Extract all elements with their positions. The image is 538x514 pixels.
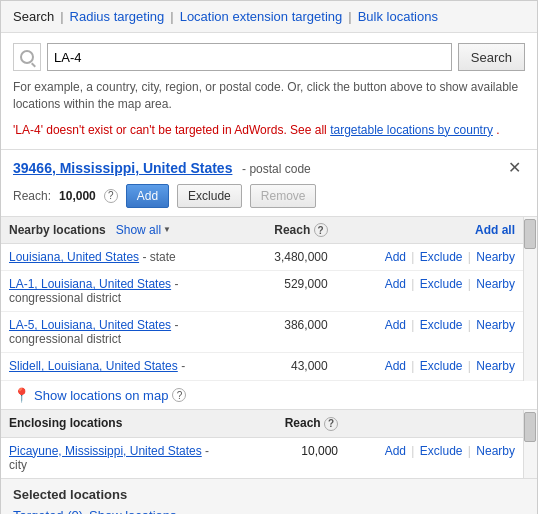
exclude-button[interactable]: Exclude: [177, 184, 242, 208]
enclosing-scrollbar-thumb[interactable]: [524, 412, 536, 442]
addall-col-header: Add all: [336, 217, 523, 244]
enclosing-header-row: Enclosing locations Reach ?: [1, 410, 523, 437]
result-header: 39466, Mississippi, United States - post…: [1, 150, 537, 217]
enclosing-reach-header: Reach ?: [262, 410, 346, 437]
nearby-add-link[interactable]: Add: [385, 359, 406, 373]
nearby-nearby-link[interactable]: Nearby: [476, 318, 515, 332]
table-row: LA-1, Louisiana, United States - congres…: [1, 271, 523, 312]
loc-name-link[interactable]: Slidell, Louisiana, United States: [9, 359, 178, 373]
targeted-badge[interactable]: Targeted (0): [13, 508, 83, 514]
enc-reach-val: 10,000: [262, 437, 346, 478]
show-all-label: Show all: [116, 223, 161, 237]
loc-subtype: congressional district: [9, 291, 121, 305]
selected-section: Selected locations Targeted (0) Show loc…: [1, 479, 537, 514]
radius-targeting-link[interactable]: Radius targeting: [70, 9, 165, 24]
sep2: |: [170, 9, 173, 24]
search-input[interactable]: [47, 43, 452, 71]
nearby-nearby-link[interactable]: Nearby: [476, 277, 515, 291]
reach-help-icon[interactable]: ?: [104, 189, 118, 203]
result-name-link[interactable]: 39466, Mississippi, United States: [13, 160, 232, 176]
nearby-add-link[interactable]: Add: [385, 250, 406, 264]
nearby-scrollbar-track[interactable]: [523, 217, 537, 382]
show-locations-link[interactable]: Show locations: [89, 508, 176, 514]
search-button[interactable]: Search: [458, 43, 525, 71]
enc-nearby-link[interactable]: Nearby: [476, 444, 515, 458]
search-nav-label: Search: [13, 9, 54, 24]
nearby-loc-cell: LA-1, Louisiana, United States - congres…: [1, 271, 247, 312]
loc-name-link[interactable]: Louisiana, United States: [9, 250, 139, 264]
search-icon: [20, 50, 34, 64]
loc-subtype: congressional district: [9, 332, 121, 346]
show-all-button[interactable]: Show all ▼: [116, 223, 171, 237]
enclosing-section: Enclosing locations Reach ? Picayune, Mi…: [1, 410, 537, 479]
nearby-nearby-link[interactable]: Nearby: [476, 359, 515, 373]
enclosing-loc-cell: Picayune, Mississippi, United States - c…: [1, 437, 262, 478]
nearby-exclude-link[interactable]: Exclude: [420, 359, 463, 373]
enc-add-link[interactable]: Add: [385, 444, 406, 458]
add-button[interactable]: Add: [126, 184, 169, 208]
reach-label: Reach:: [13, 189, 51, 203]
action-sep: |: [468, 277, 471, 291]
nearby-exclude-link[interactable]: Exclude: [420, 277, 463, 291]
location-ext-link[interactable]: Location extension targeting: [180, 9, 343, 24]
result-name-group: 39466, Mississippi, United States - post…: [13, 160, 311, 176]
action-sep: |: [411, 359, 414, 373]
show-all-arrow: ▼: [163, 225, 171, 234]
bulk-locations-link[interactable]: Bulk locations: [358, 9, 438, 24]
top-nav: Search | Radius targeting | Location ext…: [1, 1, 537, 33]
map-link-row: 📍 Show locations on map ?: [1, 381, 537, 410]
table-row: Louisiana, United States - state 3,480,0…: [1, 244, 523, 271]
nearby-add-link[interactable]: Add: [385, 277, 406, 291]
action-sep: |: [468, 444, 471, 458]
nearby-exclude-link[interactable]: Exclude: [420, 250, 463, 264]
enclosing-table-body: Picayune, Mississippi, United States - c…: [1, 437, 523, 478]
enclosing-table: Enclosing locations Reach ? Picayune, Mi…: [1, 410, 523, 478]
nearby-actions: Add | Exclude | Nearby: [336, 312, 523, 353]
loc-type: -: [181, 359, 185, 373]
nearby-reach-val: 386,000: [247, 312, 336, 353]
nearby-actions: Add | Exclude | Nearby: [336, 244, 523, 271]
map-help-icon[interactable]: ?: [172, 388, 186, 402]
error-suffix: .: [496, 123, 499, 137]
nearby-actions: Add | Exclude | Nearby: [336, 353, 523, 381]
search-icon-wrap: [13, 43, 41, 71]
enclosing-scrollbar-track[interactable]: [523, 410, 537, 478]
nearby-loc-cell: Slidell, Louisiana, United States -: [1, 353, 247, 381]
enclosing-reach-help[interactable]: ?: [324, 417, 338, 431]
error-link[interactable]: targetable locations by country: [330, 123, 493, 137]
nearby-add-link[interactable]: Add: [385, 318, 406, 332]
loc-name-link[interactable]: LA-1, Louisiana, United States: [9, 277, 171, 291]
result-title-row: 39466, Mississippi, United States - post…: [13, 158, 525, 178]
loc-type: -: [174, 318, 178, 332]
action-sep: |: [468, 250, 471, 264]
search-section: Search For example, a country, city, reg…: [1, 33, 537, 150]
close-button[interactable]: ✕: [504, 158, 525, 178]
table-row: Slidell, Louisiana, United States - 43,0…: [1, 353, 523, 381]
selected-title: Selected locations: [13, 487, 525, 502]
action-sep: |: [468, 318, 471, 332]
loc-type: - state: [142, 250, 175, 264]
table-row: Picayune, Mississippi, United States - c…: [1, 437, 523, 478]
enc-exclude-link[interactable]: Exclude: [420, 444, 463, 458]
action-sep: |: [411, 277, 414, 291]
enc-loc-name-link[interactable]: Picayune, Mississippi, United States: [9, 444, 202, 458]
result-type: - postal code: [242, 162, 311, 176]
reach-value: 10,000: [59, 189, 96, 203]
map-link[interactable]: Show locations on map: [34, 388, 168, 403]
nearby-col-header: Nearby locations Show all ▼: [1, 217, 247, 244]
map-pin-icon: 📍: [13, 387, 30, 403]
loc-name-link[interactable]: LA-5, Louisiana, United States: [9, 318, 171, 332]
nearby-nearby-link[interactable]: Nearby: [476, 250, 515, 264]
nearby-scrollbar-thumb[interactable]: [524, 219, 536, 249]
add-all-link[interactable]: Add all: [475, 223, 515, 237]
nearby-reach-val: 43,000: [247, 353, 336, 381]
loc-type: -: [174, 277, 178, 291]
nearby-exclude-link[interactable]: Exclude: [420, 318, 463, 332]
nearby-loc-cell: Louisiana, United States - state: [1, 244, 247, 271]
sep3: |: [348, 9, 351, 24]
reach-col-help-icon[interactable]: ?: [314, 223, 328, 237]
search-row: Search: [13, 43, 525, 71]
selected-row: Targeted (0) Show locations: [13, 508, 525, 514]
action-sep: |: [411, 444, 414, 458]
action-sep: |: [411, 250, 414, 264]
